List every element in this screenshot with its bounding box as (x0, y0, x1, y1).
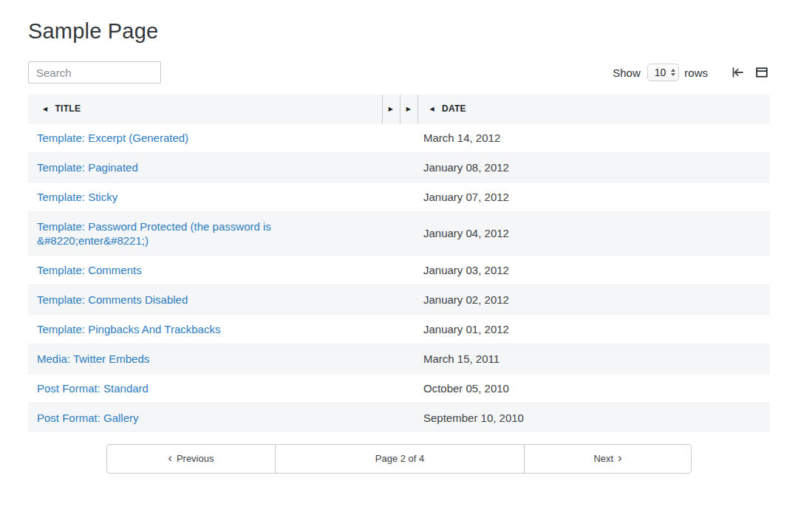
post-link[interactable]: Template: Excerpt (Generated) (37, 132, 188, 144)
table-row: Post Format: Standard October 05, 2010 (28, 373, 770, 403)
post-date: March 15, 2011 (417, 344, 770, 373)
expand-column-right-icon[interactable]: ▶ (389, 106, 393, 112)
post-date: January 03, 2012 (417, 255, 770, 284)
rows-per-page-select[interactable]: 10 (647, 64, 680, 81)
post-date: January 02, 2012 (417, 284, 770, 314)
post-date: January 04, 2012 (417, 211, 770, 255)
spacer-cell (400, 152, 417, 182)
post-date: January 08, 2012 (417, 152, 770, 182)
spacer-cell (382, 344, 400, 373)
spacer-cell (400, 255, 417, 284)
column-header-date[interactable]: ◀DATE (417, 95, 770, 123)
column-title-label: TITLE (55, 103, 81, 114)
table-row: Template: Comments January 03, 2012 (28, 255, 770, 284)
search-input[interactable] (28, 61, 161, 83)
spacer-cell (382, 284, 400, 314)
spacer-cell (382, 255, 400, 284)
post-link[interactable]: Template: Comments Disabled (37, 293, 188, 306)
post-link[interactable]: Media: Twitter Embeds (37, 352, 149, 365)
page-status: Page 2 of 4 (275, 445, 525, 473)
spacer-cell (382, 182, 400, 211)
collapse-column-left-icon[interactable]: ◀ (430, 106, 434, 112)
table-row: Template: Pingbacks And Trackbacks Janua… (28, 314, 770, 344)
table-row: Template: Paginated January 08, 2012 (28, 152, 770, 182)
table-row: Post Format: Gallery September 10, 2010 (28, 403, 770, 432)
post-date: January 07, 2012 (417, 182, 770, 211)
post-link[interactable]: Post Format: Standard (37, 382, 149, 395)
spacer-cell (382, 314, 400, 344)
spacer-cell (400, 373, 417, 403)
next-button[interactable]: Next › (525, 445, 691, 473)
table-row: Template: Comments Disabled January 02, … (28, 284, 770, 314)
table-row: Template: Password Protected (the passwo… (28, 211, 770, 255)
table-row: Template: Sticky January 07, 2012 (28, 182, 770, 211)
page-title: Sample Page (28, 19, 770, 44)
post-date: January 01, 2012 (417, 314, 770, 344)
collapse-left-icon[interactable] (729, 64, 746, 81)
post-link[interactable]: Template: Comments (37, 264, 142, 276)
spacer-cell (382, 123, 400, 152)
spacer-cell (382, 211, 400, 255)
post-date: March 14, 2012 (417, 123, 770, 152)
previous-label: Previous (177, 453, 214, 464)
post-link[interactable]: Template: Sticky (37, 191, 117, 203)
post-date: October 05, 2010 (417, 373, 770, 403)
table-row: Template: Excerpt (Generated) March 14, … (28, 123, 770, 152)
spacer-cell (382, 152, 400, 182)
spacer-cell (400, 182, 417, 211)
expand-column-right-icon[interactable]: ▶ (406, 106, 411, 112)
post-link[interactable]: Template: Pingbacks And Trackbacks (37, 323, 220, 335)
page: Sample Page Show 10 rows (0, 19, 798, 474)
post-link[interactable]: Template: Password Protected (the passwo… (37, 220, 271, 247)
spacer-cell (382, 373, 400, 403)
post-link[interactable]: Template: Paginated (37, 161, 138, 174)
show-label: Show (613, 66, 641, 79)
spacer-cell (400, 403, 417, 432)
post-link[interactable]: Post Format: Gallery (37, 412, 139, 424)
chevron-left-icon: ‹ (168, 452, 172, 464)
spacer-cell (400, 284, 417, 314)
expand-column-button-2[interactable]: ▶ (400, 95, 417, 123)
post-date: September 10, 2010 (417, 403, 770, 432)
stepper-icon (671, 69, 675, 76)
column-header-title[interactable]: ◀TITLE (28, 95, 382, 123)
rows-label: rows (684, 66, 708, 79)
pagination: ‹ Previous Page 2 of 4 Next › (106, 444, 692, 474)
spacer-cell (400, 123, 417, 152)
rows-per-page-value: 10 (655, 66, 666, 78)
toolbar: Show 10 rows (28, 61, 770, 83)
table-header-row: ◀TITLE ▶ ▶ ◀DATE (28, 95, 770, 123)
spacer-cell (382, 403, 400, 432)
spacer-cell (400, 344, 417, 373)
next-label: Next (593, 453, 613, 464)
column-date-label: DATE (442, 103, 466, 114)
chevron-right-icon: › (618, 452, 621, 464)
collapse-column-left-icon[interactable]: ◀ (43, 106, 47, 112)
posts-table: ◀TITLE ▶ ▶ ◀DATE Template: Excerpt (Gene… (28, 95, 770, 432)
toolbar-right: Show 10 rows (613, 64, 770, 81)
spacer-cell (400, 211, 417, 255)
table-row: Media: Twitter Embeds March 15, 2011 (28, 344, 770, 373)
previous-button[interactable]: ‹ Previous (107, 445, 275, 473)
window-icon[interactable] (754, 64, 770, 81)
spacer-cell (400, 314, 417, 344)
expand-column-button-1[interactable]: ▶ (382, 95, 400, 123)
